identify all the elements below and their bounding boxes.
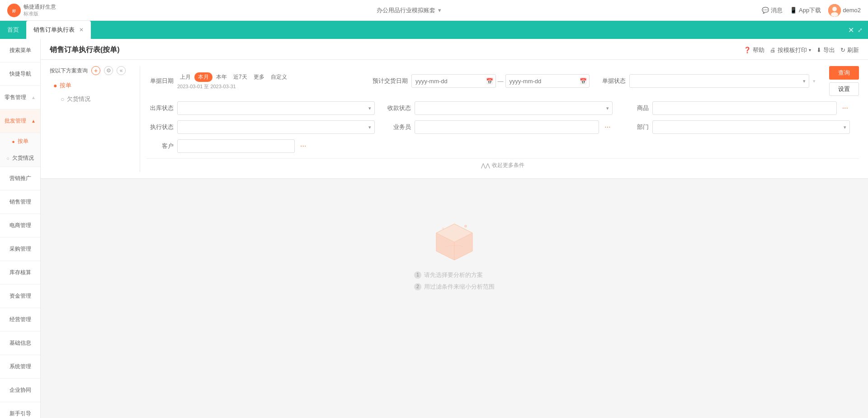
expected-date-label: 预计交货日期 (373, 77, 408, 85)
settings-btn[interactable]: 设置 (829, 82, 859, 96)
tab-home[interactable]: 首页 (0, 21, 26, 39)
collapse-filter-area: ⋀⋀ 收起更多条件 (146, 158, 859, 172)
date-quick-7days[interactable]: 近7天 (231, 72, 250, 82)
dropdown-icon[interactable]: ▾ (438, 7, 441, 14)
date-label: 单据日期 (146, 77, 174, 85)
add-plan-btn[interactable]: + (91, 66, 100, 75)
expected-date-start-wrap: 📅 (411, 74, 496, 88)
refresh-icon: ↻ (840, 47, 845, 53)
sidebar-item-marketing[interactable]: 营销推广 (0, 167, 40, 190)
filter-group-goods: 商品 ··· (622, 101, 859, 115)
date-quick-this-year[interactable]: 本年 (213, 72, 230, 82)
sidebar-item-inventory[interactable]: 库存核算 (0, 261, 40, 285)
sidebar-item-operations[interactable]: 经营管理 (0, 308, 40, 332)
plan-collapse-btn[interactable]: « (117, 66, 126, 75)
content-area: 销售订单执行表(按单) ❓ 帮助 🖨 按模板打印 ⬇ 导出 ↻ 刷新 (41, 39, 868, 418)
sidebar-sub-item-credit[interactable]: ○ 欠货情况 (0, 150, 40, 166)
delivery-status-select-wrapper (177, 101, 375, 115)
payment-status-select[interactable] (415, 101, 612, 115)
status-select-wrapper (629, 74, 809, 88)
delivery-status-select[interactable] (177, 101, 375, 115)
collapse-filter-btn[interactable]: ⋀⋀ 收起更多条件 (481, 162, 524, 169)
sidebar-item-purchase[interactable]: 采购管理 (0, 238, 40, 261)
plan-item-order[interactable]: ● 按单 (50, 79, 133, 92)
filter-group-exec-status: 执行状态 (146, 120, 384, 134)
date-quick-row: 上月 本月 本年 近7天 更多 自定义 (177, 72, 363, 82)
tab-bar-right: ✕ ⤢ (848, 26, 868, 34)
svg-point-3 (832, 7, 837, 11)
avatar (828, 4, 841, 17)
goods-input[interactable] (652, 101, 837, 115)
customer-input[interactable] (177, 139, 295, 153)
sidebar-item-newbie[interactable]: 新手引导 (0, 402, 40, 418)
query-btn[interactable]: 查询 (829, 66, 859, 80)
filter-row-4: 客户 ··· (146, 139, 859, 153)
page-header-actions: ❓ 帮助 🖨 按模板打印 ⬇ 导出 ↻ 刷新 (744, 46, 859, 54)
salesperson-input[interactable] (415, 120, 599, 134)
sidebar-item-retail[interactable]: 零售管理 ▲ (0, 86, 40, 109)
dept-select-wrapper (652, 120, 850, 134)
customer-label: 客户 (146, 142, 174, 150)
tab-close-all-btn[interactable]: ✕ (848, 26, 854, 34)
sidebar-item-wholesale[interactable]: 批发管理 ▲ (0, 109, 40, 133)
sidebar-item-enterprise[interactable]: 企业协同 (0, 379, 40, 402)
sidebar-item-finance[interactable]: 资金管理 (0, 285, 40, 308)
empty-illustration (427, 215, 481, 260)
filter-right: 单据日期 上月 本月 本年 近7天 更多 自定义 2023-03-01 至 20… (140, 66, 859, 172)
refresh-btn[interactable]: ↻ 刷新 (840, 46, 859, 54)
filter-group-delivery-status: 出库状态 (146, 101, 384, 115)
status-select[interactable] (629, 74, 809, 88)
message-btn[interactable]: 💬 消息 (762, 6, 783, 14)
logo-text: 畅捷通好生意 标准版 (24, 4, 56, 17)
filter-group-status: 单据状态 ▾ (599, 74, 825, 88)
logo-area: 好 畅捷通好生意 标准版 (7, 4, 56, 17)
retail-arrow-icon: ▲ (31, 95, 36, 101)
goods-more-btn[interactable]: ··· (840, 104, 850, 112)
empty-step-2: 2 用过滤条件来缩小分析范围 (414, 281, 495, 293)
svg-point-8 (464, 225, 467, 228)
status-label: 单据状态 (599, 77, 626, 85)
date-quick-last-month[interactable]: 上月 (177, 72, 193, 82)
print-btn[interactable]: 🖨 按模板打印 (770, 46, 811, 54)
plan-order-icon: ● (53, 82, 57, 89)
exec-status-select[interactable] (177, 120, 375, 134)
plan-settings-btn[interactable]: ⚙ (104, 66, 113, 75)
print-icon: 🖨 (770, 47, 776, 53)
date-separator: — (498, 78, 504, 85)
date-quick-more[interactable]: 更多 (251, 72, 267, 82)
wholesale-arrow-icon: ▲ (31, 118, 36, 124)
expected-date-start-input[interactable] (411, 74, 496, 88)
plan-item-credit[interactable]: ○ 欠货情况 (50, 92, 133, 106)
dept-select[interactable] (652, 120, 850, 134)
sidebar-sub-item-order[interactable]: ● 按单 (0, 133, 40, 150)
date-quick-this-month[interactable]: 本月 (194, 72, 212, 82)
goods-label: 商品 (622, 104, 649, 112)
filter-row-2: 出库状态 收款状态 (146, 101, 859, 115)
customer-more-btn[interactable]: ··· (298, 142, 308, 150)
payment-status-label: 收款状态 (384, 104, 411, 112)
help-btn[interactable]: ❓ 帮助 (744, 46, 764, 54)
action-buttons: 查询 设置 (829, 66, 859, 96)
tab-expand-btn[interactable]: ⤢ (858, 27, 863, 33)
date-quick-custom[interactable]: 自定义 (268, 72, 290, 82)
tab-sales-order-exec[interactable]: 销售订单执行表 ✕ (26, 21, 91, 39)
tab-bar: 首页 销售订单执行表 ✕ ✕ ⤢ (0, 21, 868, 39)
filter-left-header: 按以下方案查询 + ⚙ « (50, 66, 133, 75)
sidebar-item-sales[interactable]: 销售管理 (0, 190, 40, 214)
tab-close-icon[interactable]: ✕ (79, 27, 84, 33)
sidebar-item-quick-nav[interactable]: 快捷导航 (0, 62, 40, 86)
sidebar-item-system[interactable]: 系统管理 (0, 355, 40, 379)
user-area[interactable]: demo2 (828, 4, 861, 17)
filter-panel: 按以下方案查询 + ⚙ « ● 按单 ○ 欠货情况 (41, 60, 868, 179)
expected-date-end-input[interactable] (505, 74, 590, 88)
export-btn[interactable]: ⬇ 导出 (816, 46, 835, 54)
sidebar-item-basic[interactable]: 基础信息 (0, 332, 40, 355)
app-download-btn[interactable]: 📱 App下载 (790, 6, 821, 14)
sidebar-item-ecommerce[interactable]: 电商管理 (0, 214, 40, 238)
export-icon: ⬇ (816, 47, 821, 53)
salesperson-label: 业务员 (384, 123, 411, 131)
sidebar-item-search[interactable]: 搜索菜单 (0, 39, 40, 62)
svg-point-4 (831, 12, 838, 17)
payment-status-select-wrapper (415, 101, 612, 115)
salesperson-more-btn[interactable]: ··· (603, 123, 612, 131)
